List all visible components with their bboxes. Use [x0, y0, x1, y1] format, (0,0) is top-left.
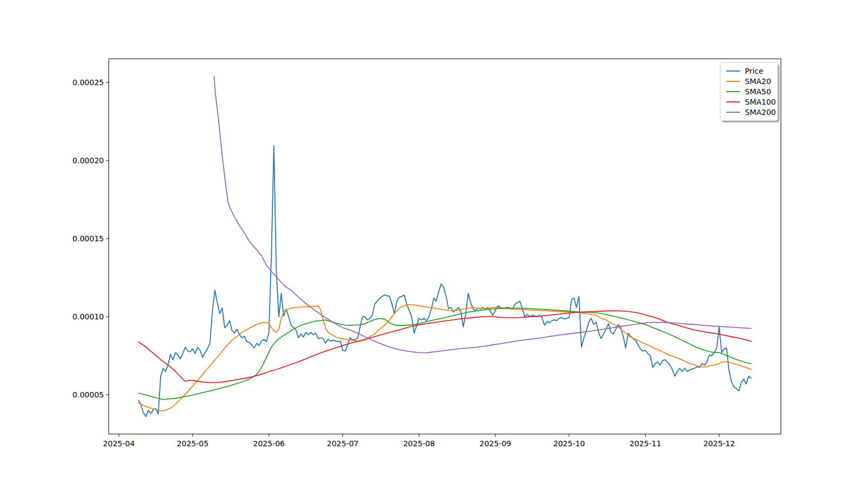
x-tick-label: 2025-07: [327, 439, 359, 448]
x-tick-label: 2025-08: [403, 439, 435, 448]
y-tick-label: 0.00025: [73, 78, 104, 87]
x-tick-label: 2025-05: [177, 439, 209, 448]
legend-item-label: SMA20: [745, 78, 771, 85]
x-tick-label: 2025-10: [553, 439, 585, 448]
y-tick-label: 0.00015: [73, 234, 104, 243]
legend-line-sample-icon: [726, 81, 740, 82]
price-line: [138, 146, 751, 417]
legend-item-label: Price: [745, 67, 763, 75]
x-tick-label: 2025-09: [480, 439, 512, 448]
sma20-line: [138, 305, 751, 411]
sma100-line: [138, 311, 751, 383]
x-tick-label: 2025-12: [703, 439, 735, 448]
y-axis-ticks: 0.000050.000100.000150.000200.00025: [73, 78, 109, 399]
legend-item-label: SMA100: [745, 98, 776, 106]
legend: PriceSMA20SMA50SMA100SMA200: [720, 62, 778, 121]
x-tick-label: 2025-11: [629, 439, 661, 448]
x-tick-label: 2025-06: [253, 439, 285, 448]
legend-item-sma100: SMA100: [726, 97, 772, 107]
legend-item-label: SMA50: [745, 88, 771, 95]
legend-item-sma20: SMA20: [726, 76, 772, 87]
x-axis-ticks: 2025-042025-052025-062025-072025-082025-…: [103, 434, 735, 448]
x-tick-label: 2025-04: [103, 439, 135, 448]
plot-frame: [109, 59, 781, 434]
legend-item-sma200: SMA200: [726, 107, 772, 117]
series-lines: [138, 76, 751, 417]
legend-line-sample-icon: [726, 70, 740, 72]
sma200-line: [214, 76, 751, 353]
axes-spines: [109, 59, 781, 434]
legend-line-sample-icon: [726, 112, 740, 113]
legend-item-label: SMA200: [745, 108, 776, 116]
legend-line-sample-icon: [726, 101, 740, 102]
matplotlib-figure: 2025-042025-052025-062025-072025-082025-…: [0, 0, 868, 488]
legend-item-sma50: SMA50: [726, 87, 772, 97]
y-tick-label: 0.00010: [73, 312, 104, 321]
legend-item-price: Price: [726, 66, 772, 76]
y-tick-label: 0.00020: [73, 156, 104, 165]
y-tick-label: 0.00005: [73, 390, 104, 399]
legend-line-sample-icon: [726, 91, 740, 92]
